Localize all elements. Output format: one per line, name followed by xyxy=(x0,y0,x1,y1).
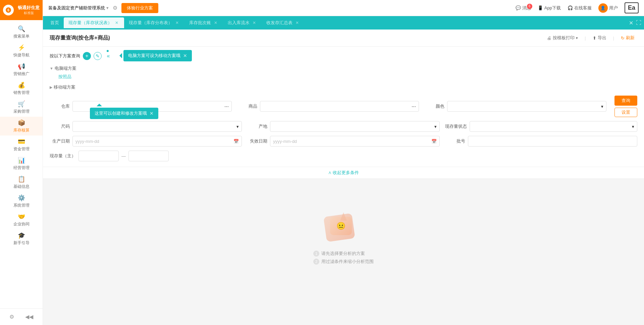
tab-bar: 首页 现存量（库存状况表） ✕ 现存量（库存分布表） ✕ 库存批次账 ✕ 出入库… xyxy=(43,16,644,30)
tab-close-all-icon[interactable]: ✕ xyxy=(629,20,633,26)
scheme-tooltip-1-text: 电脑方案可设为移动方案哦 xyxy=(128,53,180,59)
settings-button[interactable]: 设置 xyxy=(614,108,637,117)
sidebar-item-system[interactable]: ⚙️ 系统管理 xyxy=(0,192,43,211)
size-label: 尺码 xyxy=(50,123,70,129)
sidebar-item-quicknav[interactable]: ⚡ 快捷导航 xyxy=(0,42,43,60)
sidebar-item-label: 销售管理 xyxy=(13,90,30,96)
tab-summary[interactable]: 收发存汇总表 ✕ xyxy=(262,17,305,28)
sidebar-item-purchase[interactable]: 🛒 采购管理 xyxy=(0,98,43,117)
sidebar-item-label: 采购管理 xyxy=(13,109,30,114)
filter-field-goods: 商品 ⋯ xyxy=(237,101,419,112)
origin-select[interactable]: ▾ xyxy=(270,121,439,132)
print-icon: 🖨 xyxy=(547,36,551,41)
scheme-group-desktop-arrow: ▼ xyxy=(50,66,53,70)
sidebar-item-sales[interactable]: 💰 销售管理 xyxy=(0,79,43,98)
tab-close-inout-flow[interactable]: ✕ xyxy=(252,20,257,25)
finance-icon: 💳 xyxy=(18,138,25,145)
sidebar-item-inventory[interactable]: 📦 库存核算 xyxy=(0,117,43,136)
tab-close-batch[interactable]: ✕ xyxy=(213,20,218,25)
tab-stock-status-label: 现存量（库存状况表） xyxy=(68,20,112,26)
scheme-item-byproduct[interactable]: 按照品 xyxy=(56,73,637,81)
size-select[interactable]: ▾ xyxy=(72,121,242,132)
goods-select[interactable]: ⋯ xyxy=(260,101,419,112)
filter-row-3: 生产日期 yyyy-mm-dd 📅 失效日期 yyyy-mm-dd 📅 批号 xyxy=(50,136,637,147)
scheme-tooltip-1-close[interactable]: ✕ xyxy=(183,53,187,58)
produce-date-input[interactable]: yyyy-mm-dd 📅 xyxy=(72,136,242,147)
scheme-edit-tooltip: 这里可以创建和修改方案哦 ✕ xyxy=(90,108,158,119)
sidebar-item-collab[interactable]: 🤝 企业协同 xyxy=(0,211,43,229)
collapse-bar[interactable]: ∧ 收起更多条件 xyxy=(43,167,644,179)
sidebar: 6 畅通好生意 标准版 🔍 搜索菜单 ⚡ 快捷导航 📢 营销推广 💰 销售管理 … xyxy=(0,0,43,325)
filter-field-stock-status: 现存量状态 ▾ xyxy=(445,121,637,132)
page-title: 现存量查询(按仓库+商品) xyxy=(50,35,110,42)
print-button[interactable]: 🖨 按模板打印 ▾ xyxy=(544,34,581,42)
filter-left-arrow-button[interactable]: « xyxy=(104,52,112,60)
tab-home[interactable]: 首页 xyxy=(46,17,64,28)
sidebar-item-basic-info[interactable]: 📋 基础信息 xyxy=(0,173,43,192)
produce-date-label: 生产日期 xyxy=(50,138,70,144)
sidebar-item-operations[interactable]: 📊 经营管理 xyxy=(0,154,43,173)
industry-plan-button[interactable]: 体验行业方案 xyxy=(121,3,158,13)
scheme-edit-tooltip-close[interactable]: ✕ xyxy=(150,111,154,116)
export-button[interactable]: ⬆ 导出 xyxy=(590,34,609,42)
origin-label: 产地 xyxy=(247,123,267,129)
filter-row-2: 尺码 ▾ 产地 ▾ 现存量状态 xyxy=(50,121,637,132)
tab-stock-status[interactable]: 现存量（库存状况表） ✕ xyxy=(64,17,124,28)
collapse-sidebar-icon[interactable]: ◀◀ xyxy=(25,314,33,320)
sidebar-item-label: 基础信息 xyxy=(13,184,30,189)
sidebar-item-label: 系统管理 xyxy=(13,203,30,208)
sidebar-menu: 🔍 搜索菜单 ⚡ 快捷导航 📢 营销推广 💰 销售管理 🛒 采购管理 📦 库存核… xyxy=(0,20,43,308)
stock-status-select[interactable]: ▾ xyxy=(470,121,637,132)
online-support-label: 在线客服 xyxy=(574,5,592,11)
scheme-group-desktop-items: 按照品 xyxy=(50,73,637,81)
system-icon: ⚙️ xyxy=(18,194,25,202)
search-button[interactable]: 查询 xyxy=(614,96,637,106)
scheme-group-desktop: ▼ 电脑端方案 按照品 xyxy=(50,64,637,81)
tab-close-stock-status[interactable]: ✕ xyxy=(114,20,119,25)
tab-inout-flow-label: 出入库流水 xyxy=(228,20,250,26)
color-select[interactable]: ▾ xyxy=(447,101,606,112)
tab-inout-flow[interactable]: 出入库流水 ✕ xyxy=(223,17,262,28)
svg-text:6: 6 xyxy=(7,8,9,12)
warehouse-dots: ⋯ xyxy=(224,104,229,109)
ea-badge: Ea xyxy=(625,2,639,13)
sidebar-item-label: 搜索菜单 xyxy=(13,34,30,39)
scheme-group-desktop-header[interactable]: ▼ 电脑端方案 xyxy=(50,64,637,73)
scheme-group-mobile-header[interactable]: ▶ 移动端方案 xyxy=(50,83,637,92)
tab-close-summary[interactable]: ✕ xyxy=(294,20,300,25)
marketing-icon: 📢 xyxy=(18,63,25,70)
filter-field-size: 尺码 ▾ xyxy=(50,121,242,132)
collab-icon: 🤝 xyxy=(18,213,25,220)
online-support-button[interactable]: 🎧 在线客服 xyxy=(568,5,592,11)
sidebar-item-marketing[interactable]: 📢 营销推广 xyxy=(0,60,43,79)
message-badge: 6 xyxy=(527,4,532,9)
tab-stock-dist[interactable]: 现存量（库存分布表） ✕ xyxy=(124,17,184,28)
app-download-button[interactable]: 📱 App下载 xyxy=(538,5,561,11)
collapse-label: 收起更多条件 xyxy=(333,170,359,175)
filter-edit-button[interactable]: ✎ xyxy=(94,52,102,60)
system-name-dropdown[interactable]: 装备及固定资产辅助管理系统 ▾ xyxy=(48,5,109,11)
sidebar-item-label: 经营管理 xyxy=(13,165,30,171)
produce-date-placeholder: yyyy-mm-dd xyxy=(75,139,99,144)
refresh-button[interactable]: ↻ 刷新 xyxy=(618,34,637,42)
batch-input[interactable] xyxy=(468,136,637,147)
color-label: 颜色 xyxy=(424,103,444,109)
tab-batch[interactable]: 库存批次账 ✕ xyxy=(184,17,223,28)
user-menu[interactable]: 👤 用户 xyxy=(598,3,618,13)
search-icon: 🔍 xyxy=(18,25,25,33)
tab-close-stock-dist[interactable]: ✕ xyxy=(174,20,180,25)
settings-gear-icon[interactable]: ⚙ xyxy=(113,5,117,11)
sidebar-item-finance[interactable]: 💳 资金管理 xyxy=(0,136,43,154)
sidebar-item-guide[interactable]: 🎓 新手引导 xyxy=(0,229,43,248)
stock-status-label: 现存量状态 xyxy=(445,123,467,129)
tab-fullscreen-icon[interactable]: ⛶ xyxy=(636,20,641,26)
sidebar-item-search[interactable]: 🔍 搜索菜单 xyxy=(0,23,43,42)
export-label: 导出 xyxy=(598,35,606,41)
expire-date-input[interactable]: yyyy-mm-dd 📅 xyxy=(270,136,439,147)
settings-bottom-icon[interactable]: ⚙ xyxy=(9,314,14,320)
batch-label: 批号 xyxy=(445,138,465,144)
stock-main-max-input[interactable] xyxy=(128,151,169,161)
messages-button[interactable]: 💬 消息 6 xyxy=(516,5,531,11)
filter-add-button[interactable]: + xyxy=(83,52,91,60)
stock-main-min-input[interactable] xyxy=(78,151,119,161)
